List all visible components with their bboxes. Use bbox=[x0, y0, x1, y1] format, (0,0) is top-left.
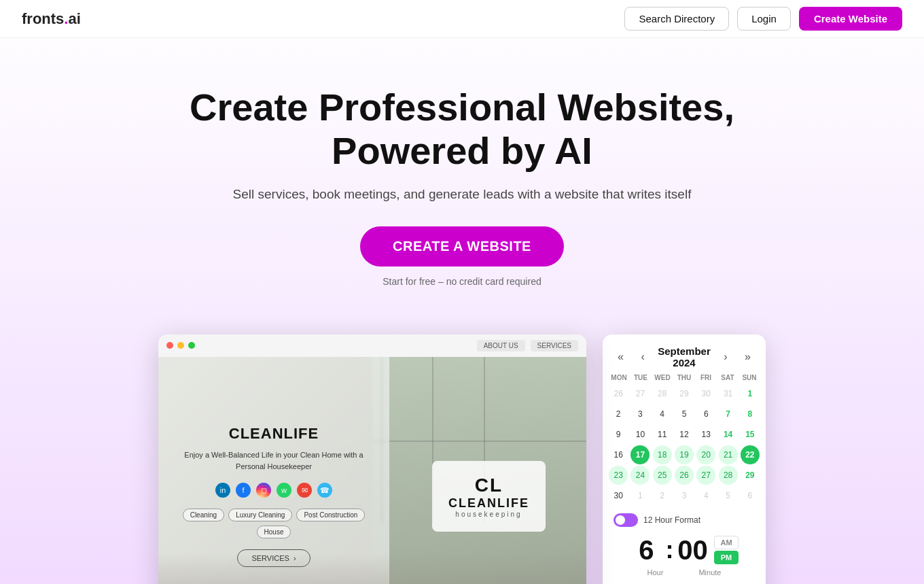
time-minute[interactable]: 00 bbox=[676, 535, 709, 566]
tag-house: House bbox=[257, 526, 291, 538]
mockup-tags: Cleaning Luxury Cleaning Post Constructi… bbox=[179, 509, 369, 538]
create-website-cta-button[interactable]: CREATE A WEBSITE bbox=[360, 226, 564, 267]
whatsapp-icon: w bbox=[277, 483, 291, 498]
close-dot bbox=[166, 342, 173, 349]
hour-format-label: 12 Hour Format bbox=[643, 515, 700, 525]
cal-next-button[interactable]: › bbox=[719, 349, 731, 364]
mockup-brand-name: CLEANLIFE bbox=[229, 425, 319, 443]
cal-day[interactable]: 26 bbox=[675, 466, 694, 485]
mockup-services-btn[interactable]: SERVICES bbox=[531, 340, 578, 351]
fullscreen-dot bbox=[188, 342, 195, 349]
cal-day[interactable]: 6 bbox=[741, 486, 760, 505]
cal-day[interactable]: 2 bbox=[609, 405, 628, 424]
cal-day[interactable]: 27 bbox=[696, 466, 715, 485]
cal-day[interactable]: 25 bbox=[653, 466, 672, 485]
cal-day[interactable]: 27 bbox=[630, 384, 650, 403]
email-icon: ✉ bbox=[297, 483, 312, 498]
hero-section: Create Professional Websites, Powered by… bbox=[0, 38, 924, 314]
navbar: fronts.ai Search Directory Login Create … bbox=[0, 0, 924, 38]
cal-day[interactable]: 28 bbox=[653, 384, 672, 403]
tag-luxury: Luxury Cleaning bbox=[228, 509, 292, 521]
cal-day[interactable]: 23 bbox=[609, 466, 628, 485]
cal-day[interactable]: 28 bbox=[719, 466, 738, 485]
cal-day-today[interactable]: 17 bbox=[630, 445, 650, 464]
search-directory-button[interactable]: Search Directory bbox=[624, 7, 729, 31]
cal-day[interactable]: 21 bbox=[719, 445, 738, 464]
time-hour[interactable]: 6 bbox=[630, 535, 662, 566]
mockup-content: CLEANLIFE Enjoy a Well-Balanced Life in … bbox=[158, 357, 586, 584]
calendar-grid: 26 27 28 29 30 31 1 2 3 4 5 6 7 8 9 10 1… bbox=[603, 384, 766, 505]
nav-actions: Search Directory Login Create Website bbox=[624, 7, 902, 31]
login-button[interactable]: Login bbox=[737, 7, 791, 31]
calendar-month-year: September 2024 bbox=[658, 345, 711, 368]
cal-day[interactable]: 31 bbox=[719, 384, 738, 403]
cal-day[interactable]: 15 bbox=[741, 425, 760, 444]
mockup-about-btn[interactable]: ABOUT US bbox=[477, 340, 525, 351]
cal-day[interactable]: 20 bbox=[696, 445, 715, 464]
cal-day[interactable]: 6 bbox=[696, 405, 715, 424]
time-display: 6 : 00 AM PM bbox=[614, 535, 755, 566]
hero-title: Create Professional Websites, Powered by… bbox=[156, 86, 768, 173]
cal-day[interactable]: 16 bbox=[609, 445, 628, 464]
cal-day[interactable]: 29 bbox=[741, 466, 760, 485]
cal-day[interactable]: 5 bbox=[675, 405, 694, 424]
cal-day[interactable]: 4 bbox=[653, 405, 672, 424]
cal-day[interactable]: 12 bbox=[675, 425, 694, 444]
linkedin-icon: in bbox=[215, 483, 230, 498]
cal-next-next-button[interactable]: » bbox=[741, 349, 755, 364]
logo: fronts.ai bbox=[22, 10, 81, 28]
mockup-titlebar: ABOUT US SERVICES bbox=[158, 334, 586, 357]
cal-day[interactable]: 11 bbox=[653, 425, 672, 444]
hero-subtitle: Sell services, book meetings, and genera… bbox=[14, 187, 910, 202]
am-button[interactable]: AM bbox=[714, 536, 738, 549]
instagram-icon: ◻ bbox=[256, 483, 271, 498]
cal-prev-prev-button[interactable]: « bbox=[614, 349, 628, 364]
cal-day[interactable]: 30 bbox=[696, 384, 715, 403]
cal-day[interactable]: 3 bbox=[630, 405, 650, 424]
cal-day[interactable]: 14 bbox=[719, 425, 738, 444]
time-section: 12 Hour Format 6 : 00 AM PM Hour Minute bbox=[603, 505, 766, 577]
cal-day[interactable]: 24 bbox=[630, 466, 650, 485]
cal-day[interactable]: 22 bbox=[741, 445, 760, 464]
cal-day[interactable]: 13 bbox=[696, 425, 715, 444]
cal-day[interactable]: 2 bbox=[653, 486, 672, 505]
cal-day[interactable]: 8 bbox=[741, 405, 760, 424]
cal-day[interactable]: 7 bbox=[719, 405, 738, 424]
time-format-toggle: 12 Hour Format bbox=[614, 513, 755, 527]
mockup-social-icons: in f ◻ w ✉ ☎ bbox=[215, 483, 332, 498]
mockup-overlay-panel: CLEANLIFE Enjoy a Well-Balanced Life in … bbox=[158, 357, 389, 584]
calendar-days-header: MON TUE WED THU FRI SAT SUN bbox=[603, 374, 766, 381]
cal-day[interactable]: 19 bbox=[675, 445, 694, 464]
mockup-nav-buttons: ABOUT US SERVICES bbox=[477, 340, 578, 351]
cal-day[interactable]: 1 bbox=[741, 384, 760, 403]
cal-day[interactable]: 1 bbox=[630, 486, 650, 505]
mockup-logo-subtitle: housekeeping bbox=[455, 511, 522, 518]
cal-day[interactable]: 9 bbox=[609, 425, 628, 444]
website-mockup: ABOUT US SERVICES CLEANLIFE Enjoy a Well… bbox=[158, 334, 586, 584]
mockup-logo-brand: CL bbox=[475, 475, 503, 496]
pm-button[interactable]: PM bbox=[714, 551, 738, 564]
ampm-selector: AM PM bbox=[714, 536, 738, 564]
cal-day[interactable]: 30 bbox=[609, 486, 628, 505]
phone-icon: ☎ bbox=[317, 483, 332, 498]
create-website-nav-button[interactable]: Create Website bbox=[799, 7, 902, 31]
calendar-mockup: « ‹ September 2024 › » MON TUE WED THU F… bbox=[603, 334, 766, 584]
calendar-header: « ‹ September 2024 › » bbox=[603, 334, 766, 374]
mockup-logo-text: CLEANLIFE bbox=[448, 496, 529, 511]
minute-label: Minute bbox=[698, 568, 721, 577]
cal-day[interactable]: 18 bbox=[653, 445, 672, 464]
cal-day[interactable]: 4 bbox=[696, 486, 715, 505]
cal-day[interactable]: 10 bbox=[630, 425, 650, 444]
cal-day[interactable]: 5 bbox=[719, 486, 738, 505]
hour-format-toggle-switch[interactable] bbox=[614, 513, 638, 527]
cal-day[interactable]: 3 bbox=[675, 486, 694, 505]
minimize-dot bbox=[177, 342, 184, 349]
hour-label: Hour bbox=[647, 568, 664, 577]
cal-day[interactable]: 29 bbox=[675, 384, 694, 403]
time-colon: : bbox=[665, 538, 673, 562]
cal-prev-button[interactable]: ‹ bbox=[637, 349, 648, 364]
mockup-logo-box: CL CLEANLIFE housekeeping bbox=[432, 461, 546, 532]
cal-day[interactable]: 26 bbox=[609, 384, 628, 403]
mockup-description: Enjoy a Well-Balanced Life in your Clean… bbox=[179, 449, 369, 472]
hero-sub-note: Start for free – no credit card required bbox=[14, 276, 910, 287]
